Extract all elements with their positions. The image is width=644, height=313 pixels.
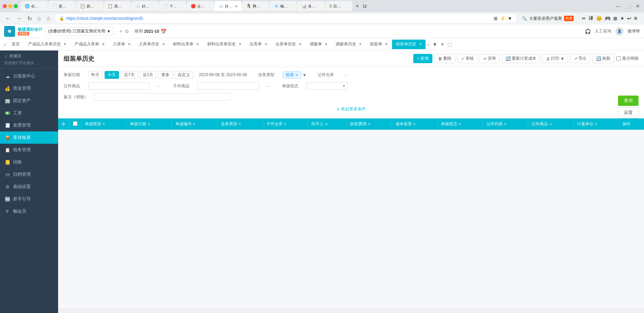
back-button[interactable]: ← — [4, 14, 12, 23]
emoji-icon[interactable]: 😊 — [596, 16, 602, 21]
out-close[interactable]: ✕ — [265, 42, 267, 46]
qr-icon[interactable]: ⊞ — [494, 16, 498, 21]
settings-icon[interactable]: ⚙ — [125, 29, 129, 34]
biz-type-tag-close[interactable]: ✕ — [295, 73, 298, 77]
browser-tab-11[interactable]: 📊 各… — [297, 1, 325, 11]
print-dropdown-icon[interactable]: ▼ — [560, 56, 564, 61]
child-goods-dots[interactable]: ··· — [265, 83, 271, 89]
browser-tab-7[interactable]: 🔴 企… — [187, 1, 214, 11]
sidebar-item-cloud-report[interactable]: ☁ 云报表中心 — [0, 70, 58, 82]
th-checkbox[interactable] — [69, 118, 81, 130]
grid-icon[interactable]: ⊞ — [613, 16, 617, 21]
lightning-icon[interactable]: ⚡ — [500, 16, 506, 21]
sidebar-item-inventory[interactable]: 📦 库存核算 — [0, 131, 58, 144]
review-button[interactable]: ✓ 审核 — [457, 54, 478, 63]
th-settings[interactable]: ⚙ — [58, 118, 69, 130]
new-button[interactable]: + 新增 — [413, 54, 432, 63]
company-selector[interactable]: (勿删勿禁用) 江西服宝测试专用 ▼ — [45, 27, 114, 35]
browser-tab-3[interactable]: 📋 易… — [76, 1, 103, 11]
new-tab-button[interactable]: + — [355, 3, 359, 10]
th-biz-type[interactable]: 业务类型 ⇅ — [217, 118, 263, 130]
finished-close[interactable]: ✕ — [102, 42, 105, 46]
recalculate-button[interactable]: 🔄 重新计算成本 — [502, 54, 540, 63]
sidebar-item-tax[interactable]: 📋 税务管理 — [0, 144, 58, 156]
assemble-history-close[interactable]: ✕ — [419, 42, 422, 46]
slip-status-select[interactable] — [307, 82, 348, 90]
nav-tab-material-out-history[interactable]: 材料出库单历史 ✕ — [203, 40, 245, 49]
th-slip-status[interactable]: 单据状态 ⇅ — [437, 118, 483, 130]
show-detail-input[interactable] — [616, 56, 621, 61]
tab-close-icon[interactable]: ✕ — [235, 4, 238, 8]
abandon-button[interactable]: ↩ 弃审 — [480, 54, 500, 63]
export-button[interactable]: ↗ 导出 — [570, 54, 590, 63]
date-btn-7days[interactable]: 近7天 — [121, 71, 138, 79]
th-disassembly-fee[interactable]: 拆装费用 ⇅ — [347, 118, 392, 130]
th-slip-type[interactable]: 单据类型 ⇅ — [81, 118, 126, 130]
calendar-icon[interactable]: 📅 — [161, 29, 166, 34]
date-btn-custom[interactable]: 自定义 — [175, 71, 193, 79]
material-out-history-close[interactable]: ✕ — [239, 42, 241, 46]
date-btn-more[interactable]: 更多 — [158, 71, 173, 79]
sidebar-item-basic-settings[interactable]: ⚙ 基础设置 — [0, 181, 58, 193]
browser-tab-1[interactable]: 🌐 在... — [21, 1, 48, 11]
close-button[interactable]: ✕ — [634, 3, 641, 10]
parent-warehouse-dots[interactable]: ··· — [342, 72, 349, 78]
sidebar-item-settlement[interactable]: 📒 结账 — [0, 156, 58, 168]
parent-goods-dots[interactable]: ··· — [155, 83, 162, 89]
out-history-close[interactable]: ✕ — [299, 42, 301, 46]
nav-tab-transfer[interactable]: 调拨单 ✕ — [306, 40, 331, 49]
user-name[interactable]: 徐泽华 — [628, 28, 640, 34]
undo-icon[interactable]: ↩ — [627, 16, 631, 21]
browser-tab-9[interactable]: 🐧 腾… — [242, 1, 269, 11]
browser-tab-6[interactable]: 📄 个… — [159, 1, 186, 11]
select-all-checkbox[interactable] — [73, 121, 78, 126]
browser-tab-10[interactable]: 📧 畅… — [270, 1, 297, 11]
nav-tab-transfer-history[interactable]: 调拨单历史 ✕ — [332, 40, 365, 49]
print-button[interactable]: 🖨 打印 ▼ — [542, 54, 568, 63]
nav-tab-assemble-history[interactable]: 组装单历史 ✕ — [392, 40, 426, 49]
sidebar-item-invoice[interactable]: 🧾 发票管理 — [0, 119, 58, 131]
service-label[interactable]: 人工咨询 — [595, 28, 611, 34]
star-button[interactable]: ☆ — [45, 14, 52, 23]
sidebar-item-finance[interactable]: 💰 资金管理 — [0, 82, 58, 95]
nav-tab-finished-history[interactable]: 产成品入库单历史 ✕ — [24, 40, 70, 49]
biz-type-dropdown[interactable]: ▼ — [303, 73, 307, 77]
transfer-history-close[interactable]: ✕ — [359, 42, 362, 46]
transfer-close[interactable]: ✕ — [325, 42, 327, 46]
th-slip-no[interactable]: 单据编号 ⇅ — [172, 118, 217, 130]
nav-tab-stock-in-history[interactable]: 入库单历史 ✕ — [135, 40, 169, 49]
nav-tab-material-out[interactable]: 材料出库单 ✕ — [169, 40, 203, 49]
stock-in-close[interactable]: ✕ — [128, 42, 131, 46]
tab-extra-icon[interactable]: ⬚ — [446, 42, 453, 47]
th-parent-list[interactable]: 父件列表 ⇅ — [483, 118, 528, 130]
th-child-warehouse[interactable]: 子件仓库 ⇅ — [263, 118, 308, 130]
browser-tab-8[interactable]: ☁️ 好… ✕ — [214, 1, 242, 11]
refresh-browser-button[interactable]: ↻ — [26, 14, 33, 23]
parent-goods-input[interactable] — [88, 82, 150, 90]
notes-input[interactable] — [94, 93, 230, 101]
col-settings-icon[interactable]: ⚙ — [62, 122, 65, 127]
nav-tab-out-history[interactable]: 出库单历史 ✕ — [272, 40, 305, 49]
tab-menu-icon[interactable]: ▼ — [431, 42, 439, 47]
browser-tab-5[interactable]: ☁️ 好… — [131, 1, 159, 11]
scissors-icon[interactable]: ✂ — [582, 16, 586, 21]
sidebar-item-fixed-assets[interactable]: 🏢 固定资产 — [0, 95, 58, 107]
date-btn-today[interactable]: 今天 — [105, 71, 119, 79]
date-btn-1month[interactable]: 近1月 — [140, 71, 157, 79]
th-handler[interactable]: 经手人 ⇅ — [308, 118, 347, 130]
nav-tab-home[interactable]: 首页 — [8, 40, 24, 49]
browser-tab-12[interactable]: S 目… — [325, 1, 352, 11]
assemble-close[interactable]: ✕ — [385, 42, 388, 46]
collapse-button[interactable]: ∧ 收起更多条件 — [337, 106, 366, 112]
dropdown-icon[interactable]: ▼ — [508, 16, 512, 21]
th-slip-date[interactable]: 单据日期 ⇅ — [126, 118, 172, 130]
show-detail-checkbox[interactable]: 显示明细 — [616, 56, 639, 61]
nav-tab-assemble[interactable]: 组装单 ✕ — [366, 40, 391, 49]
menu-icon[interactable]: ≡ — [634, 15, 637, 22]
browser-tab-2[interactable]: 📄 新… — [48, 1, 76, 11]
settings-btn[interactable]: 设置 — [618, 107, 639, 118]
finished-history-close[interactable]: ✕ — [64, 42, 66, 46]
tab-close-all[interactable]: ✕ — [439, 42, 445, 47]
sidebar-item-archive[interactable]: 🗃 归档管理 — [0, 168, 58, 181]
translate-icon[interactable]: 译 — [589, 15, 593, 22]
